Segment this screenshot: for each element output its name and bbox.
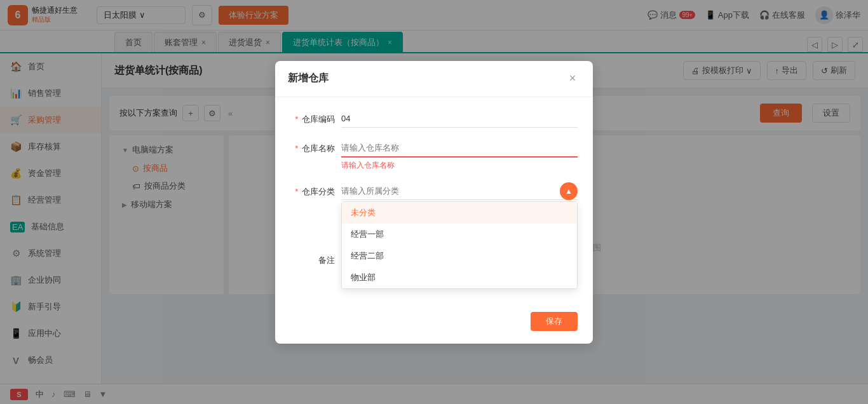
- form-row-category: * 仓库分类 ▲ 未分类 经营一部 经营二部 物业部: [290, 182, 578, 200]
- category-input[interactable]: [341, 182, 578, 200]
- name-input[interactable]: [341, 139, 578, 158]
- code-control: [341, 110, 578, 128]
- modal-header: 新增仓库 ×: [275, 61, 593, 97]
- modal-title: 新增仓库: [288, 72, 329, 85]
- form-row-code: * 仓库编码: [290, 110, 578, 128]
- name-control: 请输入仓库名称: [341, 139, 578, 171]
- name-label: * 仓库名称: [290, 139, 341, 154]
- name-error-msg: 请输入仓库名称: [341, 160, 578, 171]
- modal-overlay: 新增仓库 × * 仓库编码 * 仓库名称: [0, 0, 868, 404]
- modal-footer: 保存: [275, 304, 593, 344]
- dropdown-item-property[interactable]: 物业部: [342, 267, 577, 288]
- save-button[interactable]: 保存: [531, 312, 578, 331]
- code-label: * 仓库编码: [290, 110, 341, 125]
- dropdown-item-dept1[interactable]: 经营一部: [342, 224, 577, 245]
- category-control: ▲: [341, 182, 578, 200]
- arrow-up-icon: ▲: [565, 187, 573, 196]
- category-toggle-button[interactable]: ▲: [560, 182, 578, 200]
- form-row-name: * 仓库名称 请输入仓库名称: [290, 139, 578, 171]
- modal-body: * 仓库编码 * 仓库名称 请输入仓库名称: [275, 97, 593, 304]
- code-input[interactable]: [341, 110, 578, 128]
- modal-new-warehouse: 新增仓库 × * 仓库编码 * 仓库名称: [275, 61, 593, 344]
- dropdown-item-uncategorized[interactable]: 未分类: [342, 202, 577, 224]
- modal-close-button[interactable]: ×: [565, 71, 580, 86]
- category-dropdown: 未分类 经营一部 经营二部 物业部: [341, 201, 578, 289]
- category-label: * 仓库分类: [290, 182, 341, 198]
- dropdown-item-dept2[interactable]: 经营二部: [342, 245, 577, 267]
- remark-label: 备注: [290, 251, 341, 266]
